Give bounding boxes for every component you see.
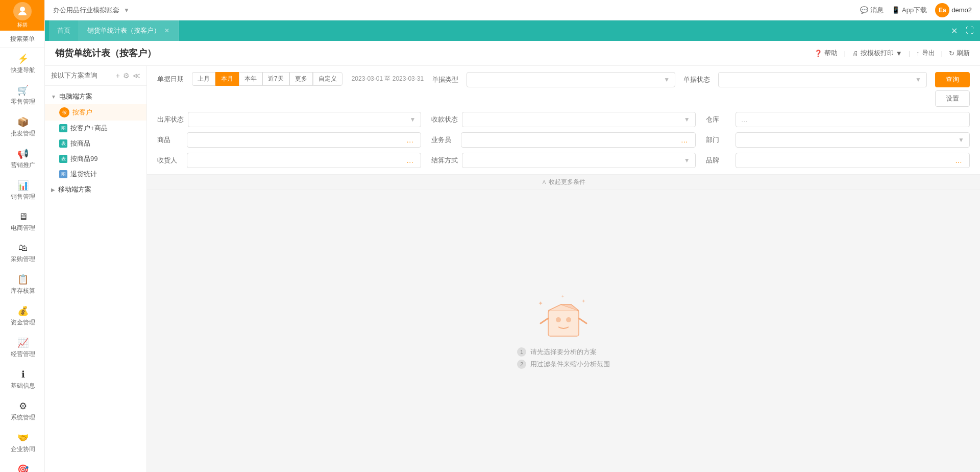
- divider2: |: [909, 50, 910, 57]
- settings-button[interactable]: 设置: [935, 90, 970, 107]
- sidebar-item-zijin[interactable]: 💰 资金管理: [0, 300, 44, 332]
- warehouse-label: 仓库: [706, 115, 731, 124]
- refresh-button[interactable]: ↻ 刷新: [949, 49, 970, 58]
- sidebar-item-yingxiao[interactable]: 📢 营销推广: [0, 143, 44, 175]
- top-header-right: 💬 消息 📱 App下载 Ea demo2: [860, 3, 972, 17]
- scheme-icon-table2: 表: [59, 155, 67, 163]
- message-button[interactable]: 💬 消息: [860, 6, 884, 15]
- date-btn-more[interactable]: 更多: [289, 72, 313, 86]
- delivery-select[interactable]: ▼: [188, 112, 421, 127]
- divider3: |: [941, 50, 943, 57]
- collapse-arrow-icon: ∧: [542, 178, 547, 185]
- date-btn-this-month[interactable]: 本月: [215, 72, 239, 86]
- tab-sales-stats[interactable]: 销货单统计表（按客户） ✕: [79, 20, 179, 41]
- print-button[interactable]: 🖨 按模板打印 ▼: [852, 49, 902, 58]
- svg-text:✦: ✦: [581, 298, 585, 304]
- sidebar-item-xinshou[interactable]: 🎯 新手引导: [0, 459, 44, 472]
- svg-point-2: [556, 317, 561, 322]
- department-select[interactable]: ▼: [736, 132, 970, 148]
- sidebar-search[interactable]: 搜索菜单: [0, 31, 44, 48]
- sidebar-item-dianshang[interactable]: 🖥 电商管理: [0, 206, 44, 238]
- sidebar-item-qiyexietong[interactable]: 🤝 企业协同: [0, 427, 44, 459]
- tab-home-label: 首页: [57, 26, 70, 35]
- sidebar-item-pifaguanli[interactable]: 📦 批发管理: [0, 111, 44, 143]
- scheme-item-bykehushangpin[interactable]: 图 按客户+商品: [45, 121, 146, 136]
- export-button[interactable]: ↑ 导出: [916, 49, 935, 58]
- scheme-item-label: 按商品99: [70, 154, 97, 163]
- sidebar-item-jingying[interactable]: 📈 经营管理: [0, 332, 44, 364]
- scheme-item-byshangpin[interactable]: 表 按商品: [45, 136, 146, 151]
- salesman-filter: 业务员 …: [431, 132, 695, 148]
- refresh-icon: ↻: [949, 50, 954, 57]
- sidebar-item-label: 快捷导航: [11, 66, 35, 75]
- user-profile[interactable]: Ea demo2: [935, 3, 972, 17]
- doc-type-select[interactable]: ▼: [467, 72, 675, 87]
- svg-point-0: [20, 7, 25, 12]
- scheme-group-mobile-header[interactable]: ▶ 移动端方案: [45, 182, 146, 197]
- sidebar-item-caigou[interactable]: 🛍 采购管理: [0, 238, 44, 269]
- scheme-group-pc-label: 电脑端方案: [59, 92, 92, 101]
- brand-dots-icon[interactable]: …: [953, 156, 964, 164]
- brand-label: 品牌: [706, 156, 731, 165]
- empty-illustration: ✦ ✦ ✦: [533, 290, 594, 341]
- sidebar-item-kuaisudaohang[interactable]: ⚡ 快捷导航: [0, 48, 44, 80]
- receiver-label: 收货人: [157, 156, 183, 165]
- receiver-dots-icon[interactable]: …: [404, 156, 415, 164]
- main-area: 办公用品行业模拟账套 ▼ 💬 消息 📱 App下载 Ea demo2 首页: [45, 0, 980, 472]
- page-title: 销货单统计表（按客户）: [55, 47, 156, 59]
- settlement-select[interactable]: ▼: [462, 153, 695, 168]
- tab-close-icon[interactable]: ✕: [163, 26, 170, 35]
- left-panel-actions: + ⚙ ≪: [116, 72, 140, 80]
- collapse-panel-button[interactable]: ≪: [133, 72, 140, 80]
- warehouse-select[interactable]: …: [736, 112, 970, 127]
- scheme-item-bykehù[interactable]: 按 按客户: [45, 104, 146, 121]
- export-icon: ↑: [916, 50, 920, 57]
- empty-tips: 1 请先选择要分析的方案 2 用过滤条件来缩小分析范围: [517, 347, 610, 372]
- collapse-bar[interactable]: ∧ 收起更多条件: [147, 175, 980, 190]
- scheme-group-pc-header[interactable]: ▼ 电脑端方案: [45, 89, 146, 104]
- goods-input[interactable]: …: [187, 132, 421, 148]
- body-layout: 按以下方案查询 + ⚙ ≪ ▼ 电脑端方案 按 按客户: [45, 66, 980, 472]
- scheme-item-tuihuotongji[interactable]: 图 退货统计: [45, 167, 146, 182]
- receiver-input[interactable]: …: [187, 153, 421, 168]
- top-header: 办公用品行业模拟账套 ▼ 💬 消息 📱 App下载 Ea demo2: [45, 0, 980, 20]
- date-btn-this-year[interactable]: 本年: [239, 72, 262, 86]
- date-btn-7days[interactable]: 近7天: [262, 72, 289, 86]
- top-header-dropdown[interactable]: ▼: [124, 7, 130, 14]
- date-btn-custom[interactable]: 自定义: [313, 72, 342, 86]
- nav-icon: 📦: [17, 116, 29, 128]
- department-arrow-icon: ▼: [958, 136, 964, 144]
- sidebar-item-xiaoshou[interactable]: 📊 销售管理: [0, 175, 44, 206]
- svg-text:✦: ✦: [561, 294, 565, 299]
- sidebar-item-kucun[interactable]: 📋 库存核算: [0, 269, 44, 300]
- settings-scheme-button[interactable]: ⚙: [123, 72, 130, 80]
- search-menu-label[interactable]: 搜索菜单: [10, 35, 35, 42]
- help-button[interactable]: ❓ 帮助: [814, 49, 838, 58]
- date-btn-last-month[interactable]: 上月: [192, 72, 215, 86]
- tab-maximize-button[interactable]: ⛶: [964, 24, 976, 37]
- logo[interactable]: 标搭: [0, 0, 44, 31]
- tab-home[interactable]: 首页: [49, 20, 79, 41]
- expand-arrow-mobile-icon: ▶: [51, 187, 55, 193]
- data-area: ✦ ✦ ✦ 1 请先选择要分析的方案 2 用过滤条件来缩小分析范围: [147, 190, 980, 472]
- sidebar-item-xitong[interactable]: ⚙ 系统管理: [0, 395, 44, 427]
- sidebar-item-jichu[interactable]: ℹ 基础信息: [0, 364, 44, 395]
- expand-arrow-icon: ▼: [51, 94, 56, 100]
- goods-dots-icon[interactable]: …: [404, 136, 415, 144]
- app-download-button[interactable]: 📱 App下载: [892, 6, 927, 15]
- nav-icon: 💰: [17, 305, 29, 317]
- tab-close-button[interactable]: ✕: [949, 24, 960, 38]
- filter-row-3: 商品 … 业务员 … 部门: [157, 132, 970, 148]
- query-button[interactable]: 查询: [935, 72, 970, 87]
- salesman-input[interactable]: …: [461, 132, 695, 148]
- scheme-icon-bar: 图: [59, 170, 67, 178]
- sidebar-item-lingshouguanli[interactable]: 🛒 零售管理: [0, 80, 44, 111]
- scheme-item-byshangpin99[interactable]: 表 按商品99: [45, 151, 146, 167]
- receipt-select[interactable]: ▼: [462, 112, 695, 127]
- brand-input[interactable]: …: [736, 153, 970, 168]
- salesman-dots-icon[interactable]: …: [679, 136, 690, 144]
- doc-status-select[interactable]: ▼: [718, 72, 927, 87]
- print-dropdown-icon: ▼: [896, 50, 902, 57]
- receipt-filter: 收款状态 ▼: [431, 112, 695, 127]
- add-scheme-button[interactable]: +: [116, 72, 120, 80]
